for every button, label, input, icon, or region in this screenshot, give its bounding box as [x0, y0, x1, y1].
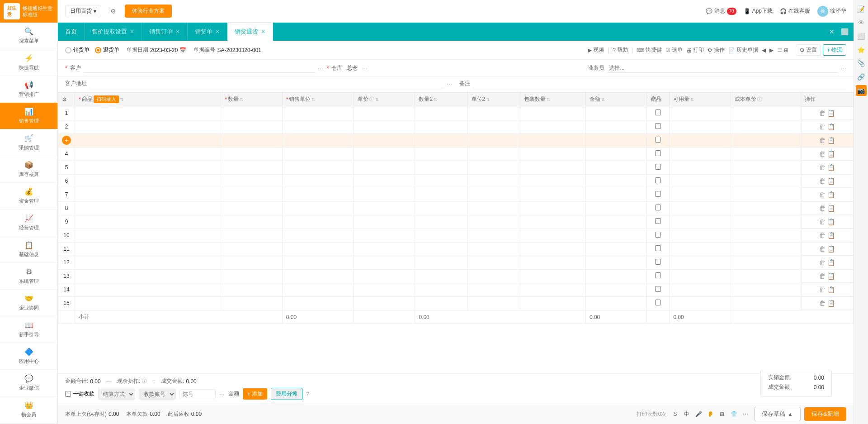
copy-row-icon-2[interactable]: 📋: [827, 123, 835, 130]
unit-price-cell-15[interactable]: [354, 296, 415, 310]
cost-price-cell-6[interactable]: [731, 174, 801, 188]
grid-view-btn[interactable]: ⊞: [784, 47, 788, 53]
qty2-cell-11[interactable]: [415, 242, 467, 256]
gift-cell-10[interactable]: [647, 229, 670, 242]
copy-row-icon-9[interactable]: 📋: [827, 218, 835, 225]
available-cell-14[interactable]: [670, 283, 731, 296]
calc-method-select[interactable]: 结算方式: [98, 389, 135, 400]
sale-unit-cell-14[interactable]: [282, 283, 354, 296]
tab-close-sale-return[interactable]: ✕: [261, 29, 265, 35]
cost-price-cell-3[interactable]: [731, 133, 801, 147]
copy-row-icon-10[interactable]: 📋: [827, 232, 835, 239]
delete-row-icon-8[interactable]: 🗑: [819, 205, 826, 212]
list-view-btn[interactable]: ☰: [777, 47, 782, 53]
unit2-cell-12[interactable]: [467, 256, 520, 269]
history-btn[interactable]: 📄历史单据: [728, 46, 758, 54]
delete-row-icon-10[interactable]: 🗑: [819, 232, 826, 239]
pkg-qty-cell-14[interactable]: [520, 283, 585, 296]
qty-cell-1[interactable]: [221, 106, 283, 120]
add-row-btn[interactable]: +: [62, 136, 71, 145]
sidebar-item-wechat[interactable]: 💬 企业微信: [0, 370, 57, 396]
gift-cell-12[interactable]: [647, 256, 670, 269]
sort-unit-icon[interactable]: ⇅: [311, 97, 315, 102]
amount-cell-3[interactable]: [585, 133, 647, 147]
gift-cell-7[interactable]: [647, 188, 670, 201]
user-profile-btn[interactable]: 徐 徐泽华: [817, 6, 846, 17]
sort-unit2-icon[interactable]: ⇅: [486, 97, 490, 102]
copy-row-icon-14[interactable]: 📋: [827, 286, 835, 293]
copy-row-icon-3[interactable]: 📋: [827, 137, 835, 144]
sidebar-item-search[interactable]: 🔍 搜索菜单: [0, 23, 57, 49]
calendar-icon[interactable]: 📅: [179, 47, 186, 53]
qty2-cell-12[interactable]: [415, 256, 467, 269]
unit-price-cell-1[interactable]: [354, 106, 415, 120]
delete-row-icon-7[interactable]: 🗑: [819, 191, 826, 198]
unit-price-cell-7[interactable]: [354, 188, 415, 201]
cost-price-cell-15[interactable]: [731, 296, 801, 310]
unit-price-cell-11[interactable]: [354, 242, 415, 256]
sale-unit-cell-15[interactable]: [282, 296, 354, 310]
unit-price-cell-9[interactable]: [354, 215, 415, 229]
sale-unit-cell-9[interactable]: [282, 215, 354, 229]
available-cell-6[interactable]: [670, 174, 731, 188]
unit2-cell-9[interactable]: [467, 215, 520, 229]
unit-price-cell-10[interactable]: [354, 229, 415, 242]
gift-cell-13[interactable]: [647, 269, 670, 283]
sale-unit-cell-5[interactable]: [282, 161, 354, 174]
sidebar-item-shortcut[interactable]: ⚡ 快捷导航: [0, 49, 57, 76]
sort-amount-icon[interactable]: ⇅: [601, 97, 605, 102]
pkg-qty-cell-6[interactable]: [520, 174, 585, 188]
tab-sale-delivery[interactable]: 销货单 ✕: [188, 23, 227, 41]
customer-input[interactable]: [84, 63, 315, 73]
qty2-cell-13[interactable]: [415, 269, 467, 283]
qty-cell-3[interactable]: [221, 133, 283, 147]
qty-cell-11[interactable]: [221, 242, 283, 256]
unit-price-cell-4[interactable]: [354, 147, 415, 161]
delete-row-icon-9[interactable]: 🗑: [819, 218, 826, 225]
available-cell-15[interactable]: [670, 296, 731, 310]
delete-row-icon-11[interactable]: 🗑: [819, 245, 826, 252]
tab-sale-price[interactable]: 售价提取设置 ✕: [85, 23, 142, 41]
pkg-qty-cell-7[interactable]: [520, 188, 585, 201]
amount-cell-4[interactable]: [585, 147, 647, 161]
amount-cell-8[interactable]: [585, 201, 647, 215]
tool-zh-icon[interactable]: 中: [682, 409, 692, 419]
tab-close-sale-delivery[interactable]: ✕: [215, 29, 220, 35]
sale-unit-cell-6[interactable]: [282, 174, 354, 188]
qty-cell-14[interactable]: [221, 283, 283, 296]
delete-row-icon-6[interactable]: 🗑: [819, 177, 826, 185]
qty-cell-15[interactable]: [221, 296, 283, 310]
unit-price-cell-2[interactable]: [354, 120, 415, 133]
unit-price-cell-6[interactable]: [354, 174, 415, 188]
cost-info-icon[interactable]: ⓘ: [757, 96, 762, 103]
qty-cell-6[interactable]: [221, 174, 283, 188]
sale-unit-cell-4[interactable]: [282, 147, 354, 161]
onepay-checkbox[interactable]: 一键收款: [65, 390, 94, 398]
amount-cell-15[interactable]: [585, 296, 647, 310]
gift-checkbox-5[interactable]: [655, 164, 661, 170]
sidebar-item-sales[interactable]: 📊 销售管理: [0, 103, 57, 129]
right-panel-note-icon[interactable]: 📝: [856, 4, 867, 14]
sidebar-item-inventory[interactable]: 📦 库存核算: [0, 156, 57, 183]
right-panel-square-icon[interactable]: ⬜: [856, 31, 867, 42]
unit2-cell-15[interactable]: [467, 296, 520, 310]
delete-row-icon-15[interactable]: 🗑: [819, 300, 826, 307]
tool-more-icon[interactable]: ⋯: [741, 409, 750, 419]
qty-cell-10[interactable]: [221, 229, 283, 242]
sale-unit-cell-8[interactable]: [282, 201, 354, 215]
product-cell-3[interactable]: [75, 133, 221, 147]
amount-cell-5[interactable]: [585, 161, 647, 174]
available-cell-11[interactable]: [670, 242, 731, 256]
price-info-icon[interactable]: ⓘ: [369, 96, 374, 103]
gift-checkbox-2[interactable]: [655, 123, 661, 129]
sale-unit-cell-10[interactable]: [282, 229, 354, 242]
settings-icon[interactable]: ⚙: [62, 96, 67, 103]
sale-unit-cell-7[interactable]: [282, 188, 354, 201]
tool-table-icon[interactable]: ⊞: [717, 409, 727, 419]
delete-row-icon-12[interactable]: 🗑: [819, 259, 826, 266]
qty2-cell-9[interactable]: [415, 215, 467, 229]
pkg-qty-cell-2[interactable]: [520, 120, 585, 133]
close-tab-btn[interactable]: ✕: [826, 26, 837, 37]
radio-sale[interactable]: 销货单: [65, 46, 90, 54]
customer-dots-btn[interactable]: ···: [318, 65, 323, 72]
